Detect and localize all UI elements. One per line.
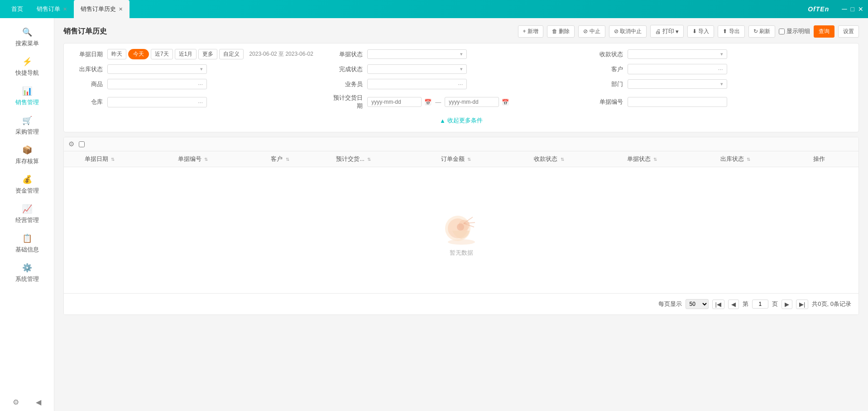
complete-status-select[interactable]: ▾ (367, 64, 467, 74)
sidebar-bottom: ⚙ ◀ (0, 393, 54, 411)
total-records-label: 共0页, 0条记录 (812, 300, 851, 308)
brand-label: OfTEn (808, 5, 829, 13)
prev-page-btn[interactable]: ◀ (728, 300, 739, 309)
product-input[interactable]: ··· (107, 79, 207, 89)
sidebar: 🔍 搜索菜单 ⚡ 快捷导航 📊 销售管理 🛒 采购管理 📦 库存核算 💰 资金管… (0, 18, 54, 411)
query-button[interactable]: 查询 (814, 25, 834, 38)
page-title: 销售订单历史 (63, 27, 518, 36)
th-order-amount-sort-icon: ⇅ (467, 157, 471, 162)
date-btn-yesterday[interactable]: 昨天 (107, 49, 126, 59)
th-order-amount[interactable]: 订单金额 ⇅ (436, 151, 530, 167)
th-out-status[interactable]: 出库状态 ⇅ (716, 151, 809, 167)
th-customer[interactable]: 客户 ⇅ (266, 151, 331, 167)
tab-home-label: 首页 (11, 5, 23, 13)
date-btn-7days[interactable]: 近7天 (151, 49, 173, 59)
tab-sales-order-history[interactable]: 销售订单历史 ✕ (74, 0, 129, 18)
tab-sales-order[interactable]: 销售订单 ✕ (30, 0, 74, 18)
sidebar-item-inventory[interactable]: 📦 库存核算 (0, 140, 54, 170)
salesperson-input[interactable]: ··· (367, 79, 467, 89)
next-page-btn[interactable]: ▶ (782, 300, 792, 309)
stop-button[interactable]: ⊘ 中止 (578, 25, 605, 38)
page-number-input[interactable] (752, 300, 768, 309)
department-select[interactable]: ▾ (628, 79, 727, 89)
sidebar-item-purchase-mgmt[interactable]: 🛒 采购管理 (0, 111, 54, 140)
product-field: ··· (107, 79, 331, 89)
date-btn-today[interactable]: 今天 (128, 49, 149, 59)
calendar-to-icon[interactable]: 📅 (502, 99, 509, 106)
date-dash: — (433, 99, 443, 106)
th-date[interactable]: 单据日期 ⇅ (80, 151, 173, 167)
export-button[interactable]: ⬆ 导出 (718, 25, 744, 38)
table-header-row: 单据日期 ⇅ 单据编号 ⇅ 客户 ⇅ 预计交货... (64, 151, 858, 167)
complete-status-field: ▾ (367, 64, 591, 74)
table-toolbar: ⚙ (64, 137, 858, 151)
sidebar-item-operations-label: 经营管理 (15, 216, 39, 224)
th-number-sort-icon: ⇅ (204, 157, 208, 162)
th-operation: 操作 (809, 151, 858, 167)
customer-input[interactable]: ··· (628, 64, 727, 74)
sidebar-item-finance[interactable]: 💰 资金管理 (0, 170, 54, 199)
import-button[interactable]: ⬇ 导入 (687, 25, 714, 38)
cancel-stop-button[interactable]: ⊘ 取消中止 (609, 25, 647, 38)
filter-row-product: 商品 ··· 业务员 ··· 部门 ▾ (71, 79, 851, 89)
new-button[interactable]: + 新增 (518, 25, 543, 38)
th-bill-status-label: 单据状态 (627, 155, 651, 162)
warehouse-input[interactable]: ··· (107, 97, 207, 107)
department-arrow-icon: ▾ (720, 81, 723, 87)
refresh-button[interactable]: ↻ 刷新 (748, 25, 775, 38)
print-button[interactable]: 🖨 打印 ▾ (650, 25, 684, 38)
th-operation-label: 操作 (813, 155, 825, 162)
collapse-row[interactable]: ▲ 收起更多条件 (71, 115, 851, 126)
settings-button[interactable]: 设置 (838, 25, 859, 38)
salesperson-field: ··· (367, 79, 591, 89)
salesperson-label: 业务员 (331, 80, 367, 88)
sidebar-item-operations[interactable]: 📈 经营管理 (0, 199, 54, 229)
tab-home[interactable]: 首页 (5, 0, 30, 18)
last-page-btn[interactable]: ▶| (796, 300, 808, 309)
out-status-field: ▾ (107, 64, 331, 74)
th-payment-status[interactable]: 收款状态 ⇅ (529, 151, 623, 167)
payment-status-label: 收款状态 (591, 50, 628, 58)
delivery-from-input[interactable] (367, 97, 422, 107)
th-bill-status[interactable]: 单据状态 ⇅ (623, 151, 716, 167)
product-label: 商品 (71, 80, 107, 88)
product-ellipsis-icon: ··· (198, 81, 203, 87)
bill-number-input[interactable] (628, 97, 727, 107)
tab-sales-order-history-close[interactable]: ✕ (119, 6, 123, 12)
print-arrow-icon: ▾ (676, 28, 679, 35)
select-all-checkbox[interactable] (79, 141, 85, 147)
sidebar-settings-icon[interactable]: ⚙ (13, 398, 19, 406)
bill-status-select[interactable]: ▾ (367, 49, 467, 59)
delete-button[interactable]: 🗑 删除 (547, 25, 575, 38)
sidebar-item-search-menu[interactable]: 🔍 搜索菜单 (0, 23, 54, 52)
finance-icon: 💰 (22, 174, 32, 184)
per-page-select[interactable]: 10 20 50 100 (686, 299, 709, 309)
minimize-btn[interactable]: ─ (842, 5, 847, 13)
payment-status-select[interactable]: ▾ (628, 49, 727, 59)
sidebar-collapse-icon[interactable]: ◀ (36, 398, 41, 406)
first-page-btn[interactable]: |◀ (712, 300, 724, 309)
sidebar-item-sales-mgmt[interactable]: 📊 销售管理 (0, 82, 54, 111)
close-btn[interactable]: ✕ (858, 5, 863, 13)
delivery-to-input[interactable] (445, 97, 499, 107)
empty-text: 暂无数据 (450, 249, 473, 257)
customer-field: ··· (628, 64, 851, 74)
sidebar-item-basic-info[interactable]: 📋 基础信息 (0, 229, 54, 258)
bill-status-field: ▾ (367, 49, 591, 59)
out-status-select[interactable]: ▾ (107, 64, 207, 74)
sidebar-item-system[interactable]: ⚙️ 系统管理 (0, 258, 54, 288)
table-settings-icon[interactable]: ⚙ (68, 140, 74, 148)
page-header: 销售订单历史 + 新增 🗑 删除 ⊘ 中止 ⊘ 取消中止 🖨 打印 ▾ ⬇ 导入… (63, 25, 859, 38)
sidebar-item-quick-nav[interactable]: ⚡ 快捷导航 (0, 52, 54, 82)
th-expected-delivery[interactable]: 预计交货... ⇅ (331, 151, 436, 167)
date-btn-1month[interactable]: 近1月 (175, 49, 197, 59)
complete-status-arrow-icon: ▾ (460, 66, 463, 72)
show-detail-checkbox[interactable] (779, 29, 785, 34)
table-body: 暂无数据 (64, 167, 858, 294)
calendar-from-icon[interactable]: 📅 (424, 99, 432, 106)
maximize-btn[interactable]: □ (851, 5, 854, 13)
date-btn-more[interactable]: 更多 (198, 49, 217, 59)
tab-sales-order-close[interactable]: ✕ (63, 6, 67, 12)
th-number[interactable]: 单据编号 ⇅ (173, 151, 267, 167)
date-btn-custom[interactable]: 自定义 (219, 49, 244, 59)
